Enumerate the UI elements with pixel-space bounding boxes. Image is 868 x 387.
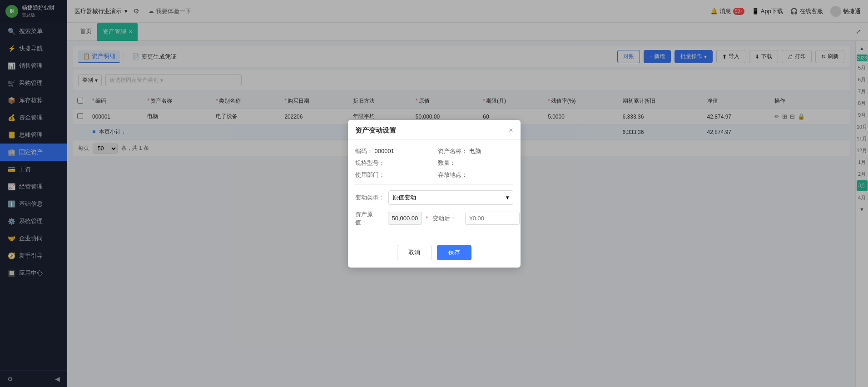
modal-asset-name-row: 资产名称： 电脑 (438, 147, 513, 155)
change-type-field: 变动类型： 原值变动 ▾ (355, 190, 513, 205)
modal-code-row: 编码： 000001 (355, 147, 431, 155)
asset-change-modal: 资产变动设置 × 编码： 000001 资产名称： 电脑 规格型号： 数量： (348, 120, 521, 268)
change-type-select[interactable]: 原值变动 ▾ (388, 190, 513, 205)
modal-asset-name-value: 电脑 (469, 147, 481, 155)
modal-info-grid: 编码： 000001 资产名称： 电脑 规格型号： 数量： 使用部门： (355, 147, 513, 179)
modal-header: 资产变动设置 × (348, 120, 521, 140)
modal-divider (355, 184, 513, 185)
modal-spec-row: 规格型号： (355, 159, 431, 167)
modal-footer: 取消 保存 (348, 239, 521, 268)
modal-code-value: 000001 (375, 148, 394, 154)
modal-quantity-row: 数量： (438, 159, 513, 167)
modal-storage-row: 存放地点： (438, 171, 513, 179)
modal-department-row: 使用部门： (355, 171, 431, 179)
original-value-display: 50,000.00 (388, 212, 422, 225)
cancel-button[interactable]: 取消 (397, 245, 432, 260)
modal-overlay[interactable]: 资产变动设置 × 编码： 000001 资产名称： 电脑 规格型号： 数量： (0, 0, 868, 387)
modal-title: 资产变动设置 (355, 126, 396, 135)
original-value-field: 资产原值： 50,000.00 * 变动后： (355, 210, 513, 227)
save-button[interactable]: 保存 (437, 245, 471, 260)
select-arrow: ▾ (506, 194, 509, 201)
after-change-input[interactable] (465, 212, 520, 225)
modal-body: 编码： 000001 资产名称： 电脑 规格型号： 数量： 使用部门： (348, 140, 521, 239)
modal-close-btn[interactable]: × (509, 126, 513, 134)
